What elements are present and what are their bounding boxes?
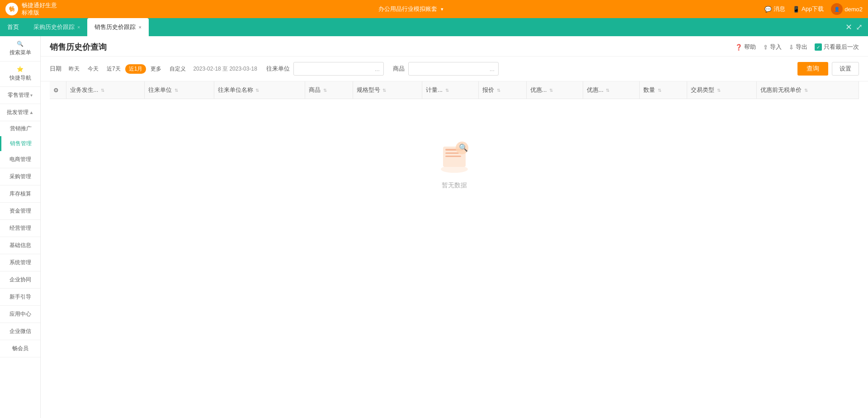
header-left: 畅 畅捷通好生意 标准版: [5, 2, 57, 16]
table-container: ⚙ 业务发生... ⇅ 往来单位 ⇅ 往来单位名称 ⇅: [41, 81, 868, 226]
shortcut-icon: ⭐: [17, 66, 24, 72]
sidebar-item-shortcut[interactable]: ⭐ 快捷导航: [0, 62, 40, 87]
col-settings[interactable]: ⚙: [50, 81, 66, 99]
partner-input-wrapper[interactable]: ...: [293, 62, 384, 76]
table-header-row: ⚙ 业务发生... ⇅ 往来单位 ⇅ 往来单位名称 ⇅: [50, 81, 859, 99]
user-menu[interactable]: 👤 demo2: [831, 3, 863, 15]
sidebar: 🔍 搜索菜单 ⭐ 快捷导航 零售管理 ▾ 批发管理 ▲ 营销推广 销售管理 电商…: [0, 36, 41, 418]
date-btn-last7days[interactable]: 近7天: [103, 64, 124, 74]
sidebar-item-marketing[interactable]: 营销推广: [0, 121, 40, 136]
sort-icon: ⇅: [101, 88, 104, 93]
col-discount2[interactable]: 优惠... ⇅: [583, 81, 639, 99]
sort-icon: ⇅: [549, 88, 553, 93]
goods-input[interactable]: [412, 66, 490, 72]
col-biz-date[interactable]: 业务发生... ⇅: [66, 81, 145, 99]
goods-label: 商品: [393, 65, 405, 73]
content-area: 销售历史价查询 ❓ 帮助 ⇧ 导入 ⇩ 导出 ✓ 只看最后一次: [41, 36, 868, 418]
message-icon: 💬: [764, 6, 772, 13]
sort-icon: ⇅: [717, 88, 721, 93]
sort-icon: ⇅: [323, 88, 327, 93]
partner-input-ellipsis[interactable]: ...: [375, 66, 380, 72]
col-trade-type[interactable]: 交易类型 ⇅: [687, 81, 756, 99]
sidebar-item-app-center[interactable]: 应用中心: [0, 306, 40, 323]
sort-icon: ⇅: [606, 88, 609, 93]
app-name: 畅捷通好生意 标准版: [22, 2, 57, 16]
close-purchase-tab[interactable]: ×: [77, 24, 80, 30]
col-no-tax-price[interactable]: 优惠前无税单价 ⇅: [756, 81, 859, 99]
gear-icon[interactable]: ⚙: [53, 87, 59, 94]
only-last-checkbox[interactable]: ✓ 只看最后一次: [815, 43, 859, 51]
sort-icon: ⇅: [658, 88, 661, 93]
sidebar-item-inventory[interactable]: 库存核算: [0, 185, 40, 203]
col-partner-code[interactable]: 往来单位 ⇅: [145, 81, 214, 99]
filter-actions: 查询 设置: [797, 62, 859, 76]
sidebar-item-ecommerce[interactable]: 电商管理: [0, 151, 40, 168]
date-range-text: 2023-02-18 至 2023-03-18: [193, 65, 257, 73]
col-unit[interactable]: 计量... ⇅: [422, 81, 479, 99]
col-discount1[interactable]: 优惠... ⇅: [526, 81, 583, 99]
top-header: 畅 畅捷通好生意 标准版 办公用品行业模拟账套 ▾ 💬 消息 📱 App下载 👤…: [0, 0, 868, 18]
tab-bar-actions: ✕ ⤢: [845, 22, 868, 32]
sidebar-item-guide[interactable]: 新手引导: [0, 289, 40, 306]
sidebar-item-search[interactable]: 🔍 搜索菜单: [0, 36, 40, 62]
message-btn[interactable]: 💬 消息: [764, 5, 785, 13]
download-icon: 📱: [793, 6, 800, 13]
close-sales-tab[interactable]: ×: [138, 24, 141, 30]
tab-sales-history[interactable]: 销售历史价跟踪 ×: [87, 18, 148, 36]
partner-input[interactable]: [297, 66, 375, 72]
expand-btn[interactable]: ⤢: [856, 22, 863, 32]
sidebar-item-retail[interactable]: 零售管理 ▾: [0, 87, 40, 104]
sort-icon: ⇅: [382, 88, 386, 93]
goods-input-ellipsis[interactable]: ...: [490, 66, 495, 72]
sidebar-item-member[interactable]: 畅会员: [0, 340, 40, 357]
sidebar-item-operation[interactable]: 经营管理: [0, 220, 40, 237]
sidebar-item-finance[interactable]: 资金管理: [0, 203, 40, 220]
export-icon: ⇩: [789, 44, 794, 51]
sidebar-item-wechat[interactable]: 企业微信: [0, 323, 40, 340]
tab-home[interactable]: 首页: [0, 18, 26, 36]
help-btn[interactable]: ❓ 帮助: [735, 43, 756, 51]
filter-bar: 日期 昨天 今天 近7天 近1月 更多 自定义 2023-02-18 至 202…: [41, 57, 868, 81]
date-filter-group: 日期 昨天 今天 近7天 近1月 更多 自定义 2023-02-18 至 202…: [50, 64, 257, 74]
sort-icon: ⇅: [804, 88, 808, 93]
col-goods[interactable]: 商品 ⇅: [305, 81, 353, 99]
sidebar-item-purchase[interactable]: 采购管理: [0, 168, 40, 185]
col-partner-name[interactable]: 往来单位名称 ⇅: [214, 81, 305, 99]
sidebar-item-enterprise[interactable]: 企业协同: [0, 271, 40, 289]
empty-state: 🔍 暂无数据: [50, 99, 859, 226]
date-btn-today[interactable]: 今天: [84, 64, 102, 74]
app-download-btn[interactable]: 📱 App下载: [793, 5, 824, 13]
empty-icon: 🔍: [434, 135, 475, 176]
header-right: 💬 消息 📱 App下载 👤 demo2: [764, 3, 863, 15]
goods-input-wrapper[interactable]: ...: [408, 62, 499, 76]
sidebar-item-system[interactable]: 系统管理: [0, 254, 40, 271]
col-qty[interactable]: 数量 ⇅: [640, 81, 687, 99]
partner-filter-group: 往来单位 ...: [266, 62, 384, 76]
setting-button[interactable]: 设置: [832, 62, 859, 76]
tab-purchase-history[interactable]: 采购历史价跟踪 ×: [26, 18, 87, 36]
sidebar-item-basic[interactable]: 基础信息: [0, 237, 40, 254]
date-btn-custom[interactable]: 自定义: [166, 64, 189, 74]
close-all-tabs-btn[interactable]: ✕: [845, 22, 852, 32]
query-button[interactable]: 查询: [797, 62, 828, 76]
date-btn-last1month[interactable]: 近1月: [125, 64, 146, 74]
svg-text:🔍: 🔍: [459, 143, 468, 152]
avatar: 👤: [831, 3, 843, 15]
col-spec[interactable]: 规格型号 ⇅: [353, 81, 422, 99]
main-layout: 🔍 搜索菜单 ⭐ 快捷导航 零售管理 ▾ 批发管理 ▲ 营销推广 销售管理 电商…: [0, 36, 868, 418]
export-btn[interactable]: ⇩ 导出: [789, 43, 807, 51]
col-quote[interactable]: 报价 ⇅: [479, 81, 526, 99]
checkbox-checked-icon: ✓: [815, 43, 822, 51]
import-icon: ⇧: [763, 44, 768, 51]
date-btn-more[interactable]: 更多: [147, 64, 165, 74]
sidebar-item-wholesale[interactable]: 批发管理 ▲: [0, 104, 40, 121]
sidebar-item-sales-mgmt[interactable]: 销售管理: [0, 136, 40, 151]
sort-icon: ⇅: [255, 88, 259, 93]
tab-bar: 首页 采购历史价跟踪 × 销售历史价跟踪 × ✕ ⤢: [0, 18, 868, 36]
chevron-down-icon: ▾: [30, 93, 33, 98]
data-table: ⚙ 业务发生... ⇅ 往来单位 ⇅ 往来单位名称 ⇅: [50, 81, 859, 99]
date-btn-yesterday[interactable]: 昨天: [65, 64, 83, 74]
page-header: 销售历史价查询 ❓ 帮助 ⇧ 导入 ⇩ 导出 ✓ 只看最后一次: [41, 36, 868, 57]
import-btn[interactable]: ⇧ 导入: [763, 43, 782, 51]
workspace-selector[interactable]: 办公用品行业模拟账套 ▾: [378, 5, 443, 13]
